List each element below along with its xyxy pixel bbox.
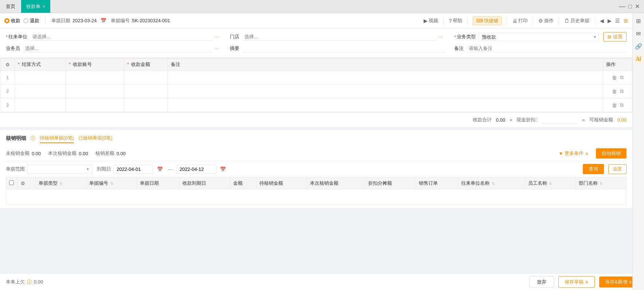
range-select[interactable] bbox=[27, 165, 93, 174]
store-field: 门店 ··· bbox=[230, 33, 445, 41]
receipt-label: 收款 bbox=[11, 17, 20, 24]
remark-input-1[interactable] bbox=[171, 89, 600, 94]
amount-input-1[interactable] bbox=[127, 89, 165, 94]
query-btn[interactable]: 查询 bbox=[583, 164, 604, 174]
copy-icon-2[interactable]: ⧉ bbox=[620, 102, 624, 108]
amount-input-2[interactable] bbox=[127, 102, 165, 108]
settle-input-1[interactable] bbox=[18, 89, 63, 94]
discount-input[interactable] bbox=[541, 116, 578, 124]
settle-input-0[interactable] bbox=[18, 75, 63, 80]
table-sidebar-icon[interactable]: ⊞ bbox=[635, 16, 642, 26]
counterpart-input[interactable] bbox=[30, 33, 213, 41]
date-to-input[interactable] bbox=[176, 165, 216, 174]
operation-btn[interactable]: ⚙ 操作 bbox=[538, 17, 554, 24]
row-account-2[interactable] bbox=[66, 98, 124, 112]
delete-icon-2[interactable]: 🗑 bbox=[612, 102, 617, 108]
account-input-1[interactable] bbox=[69, 89, 121, 94]
row-settle-2[interactable] bbox=[15, 98, 66, 112]
receipt-radio[interactable]: 收款 bbox=[4, 17, 20, 24]
table-row: 1 🗑 ⧉ bbox=[0, 71, 632, 85]
form-area: * 往来单位 ··· 门店 ··· * 业务类型 预收款 bbox=[0, 28, 632, 58]
save-draft-btn[interactable]: 保存草稿 ∧ bbox=[558, 276, 595, 288]
grid-view-icon[interactable]: ⊞ bbox=[624, 18, 628, 24]
video-btn[interactable]: ▶ 视频 bbox=[424, 17, 438, 24]
next-nav-icon[interactable]: ▶ bbox=[608, 18, 612, 24]
verify-settings-btn[interactable]: 设置 bbox=[608, 164, 627, 174]
verify-gear-icon[interactable]: ⚙ bbox=[21, 181, 25, 186]
row-settle-1[interactable] bbox=[15, 85, 66, 98]
date-separator: — bbox=[168, 166, 173, 172]
salesman-more-btn[interactable]: ··· bbox=[213, 46, 221, 51]
email-sidebar-icon[interactable]: ✉ bbox=[635, 29, 642, 39]
done-tab[interactable]: 已核销单据(0笔) bbox=[78, 134, 113, 143]
row-amount-1[interactable] bbox=[124, 85, 168, 98]
amount-input-0[interactable] bbox=[127, 75, 165, 80]
copy-icon-0[interactable]: ⧉ bbox=[620, 74, 624, 81]
business-type-select[interactable]: 预收款 bbox=[479, 33, 599, 41]
store-more-btn[interactable]: ··· bbox=[437, 34, 445, 40]
receipt-radio-dot bbox=[4, 18, 9, 23]
select-all-checkbox[interactable] bbox=[9, 180, 14, 185]
more-conditions-btn[interactable]: ▼ 更多条件 ∧ bbox=[558, 150, 589, 157]
right-sidebar: ⊞ ✉ 🔗 Ai bbox=[632, 13, 644, 290]
pending-tab[interactable]: 待核销单据(0笔) bbox=[40, 134, 74, 143]
list-view-icon[interactable]: ☰ bbox=[615, 18, 620, 24]
vth-dept: 部门名称 ⇅ bbox=[576, 177, 626, 189]
date-from-input[interactable] bbox=[113, 165, 153, 174]
verify-info-icon[interactable]: ⓘ bbox=[31, 135, 35, 142]
remark-input[interactable] bbox=[467, 44, 627, 52]
account-input-2[interactable] bbox=[69, 102, 121, 108]
link-sidebar-icon[interactable]: 🔗 bbox=[633, 42, 644, 51]
verifiable-value: 0.00 bbox=[617, 117, 627, 123]
row-account-0[interactable] bbox=[66, 71, 124, 85]
auto-verify-btn[interactable]: 自动核销 bbox=[596, 148, 627, 158]
tab-receipt[interactable]: 收款单 × bbox=[21, 0, 50, 13]
delete-icon-0[interactable]: 🗑 bbox=[612, 75, 617, 81]
vth-gear: ⚙ bbox=[18, 177, 36, 189]
row-remark-1[interactable] bbox=[168, 85, 603, 98]
delete-icon-1[interactable]: 🗑 bbox=[612, 89, 617, 94]
row-remark-0[interactable] bbox=[168, 71, 603, 85]
row-amount-0[interactable] bbox=[124, 71, 168, 85]
ai-sidebar-icon[interactable]: Ai bbox=[634, 54, 643, 64]
row-account-1[interactable] bbox=[66, 85, 124, 98]
remark-input-2[interactable] bbox=[171, 102, 600, 108]
discount-label: 现金折扣: bbox=[517, 117, 537, 123]
vth-checkbox bbox=[6, 177, 18, 189]
row-settle-0[interactable] bbox=[15, 71, 66, 85]
tab-home[interactable]: 首页 bbox=[0, 0, 21, 13]
history-btn[interactable]: 🗒 历史单据 bbox=[564, 17, 589, 24]
minimize-btn[interactable]: — bbox=[619, 3, 625, 10]
salesman-input[interactable] bbox=[23, 44, 213, 52]
row-amount-2[interactable] bbox=[124, 98, 168, 112]
remark-input-0[interactable] bbox=[171, 75, 600, 80]
tab-home-label: 首页 bbox=[6, 3, 15, 10]
maximize-btn[interactable]: □ bbox=[628, 3, 632, 10]
salesman-label: 业务员 bbox=[6, 45, 20, 52]
calendar-from-icon[interactable]: 📅 bbox=[157, 166, 163, 172]
shortcut-btn[interactable]: ⌨ 快捷键 bbox=[473, 16, 502, 25]
abandon-btn[interactable]: 放弃 bbox=[529, 276, 554, 288]
receipt-type-group: 收款 退款 bbox=[4, 17, 39, 24]
calendar-to-icon[interactable]: 📅 bbox=[220, 166, 226, 172]
history-icon: 🗒 bbox=[564, 18, 569, 24]
close-btn[interactable]: ✕ bbox=[635, 3, 640, 10]
refund-radio[interactable]: 退款 bbox=[23, 17, 39, 24]
summary-input[interactable] bbox=[242, 44, 445, 52]
help-btn[interactable]: ? 帮助 bbox=[449, 17, 462, 24]
row-remark-2[interactable] bbox=[168, 98, 603, 112]
account-input-0[interactable] bbox=[69, 75, 121, 80]
info-icon[interactable]: ⓘ bbox=[27, 279, 32, 285]
tab-close-icon[interactable]: × bbox=[43, 4, 45, 9]
store-input[interactable] bbox=[242, 33, 437, 41]
prev-nav-icon[interactable]: ◀ bbox=[600, 18, 604, 24]
counterpart-field: * 往来单位 ··· bbox=[6, 33, 221, 41]
calendar-icon[interactable]: 📅 bbox=[101, 18, 106, 23]
copy-icon-1[interactable]: ⧉ bbox=[620, 88, 624, 94]
counterpart-more-btn[interactable]: ··· bbox=[213, 34, 221, 40]
settle-input-2[interactable] bbox=[18, 102, 63, 108]
print-btn[interactable]: 🖨 打印 bbox=[512, 17, 528, 24]
main-content: 收款 退款 单据日期 2023-03-24 📅 单据编号 SK-20230324… bbox=[0, 13, 632, 273]
table-gear-icon[interactable]: ⚙ bbox=[5, 62, 10, 67]
settings-btn[interactable]: ⚙ 设置 bbox=[603, 32, 627, 42]
